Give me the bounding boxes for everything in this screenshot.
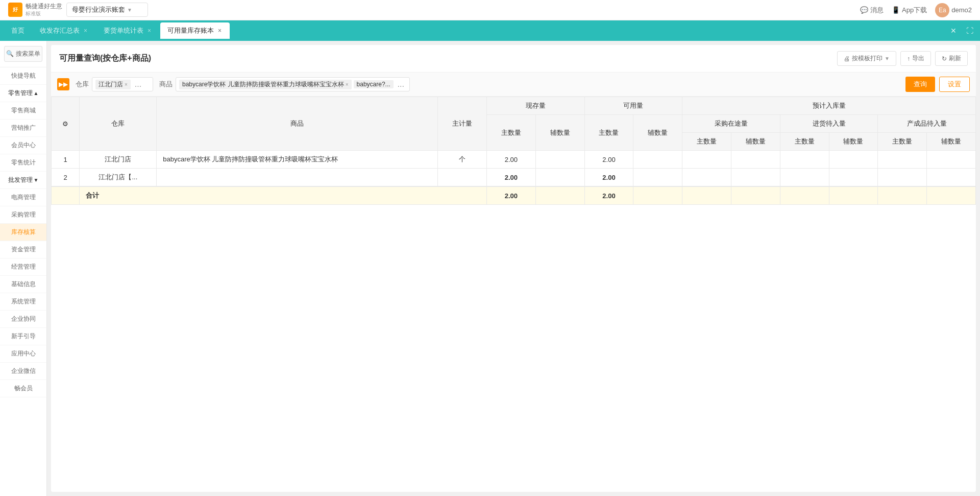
row1-avail-sub	[633, 151, 682, 169]
col-product: 商品	[157, 97, 438, 151]
sidebar: 🔍 搜索菜单 快捷导航 零售管理 ▲ 零售商城 营销推广 会员中心 零售统计 批…	[0, 41, 47, 496]
col-warehouse: 仓库	[80, 97, 157, 151]
row2-warehouse: 江北门店【...	[80, 169, 157, 187]
wholesale-expand-icon: ▼	[34, 177, 39, 183]
warehouse-input[interactable]: 江北门店 × ...	[92, 77, 153, 91]
sidebar-item-finance-mgmt[interactable]: 资金管理	[0, 241, 46, 258]
col-expected-in: 预计入库量	[682, 97, 976, 115]
refresh-label: 刷新	[949, 54, 961, 63]
sidebar-item-wholesale-mgmt[interactable]: 批发管理 ▼	[0, 172, 46, 189]
col-purchase-pending: 进货待入量	[780, 115, 878, 133]
content-area: 可用量查询(按仓库+商品) 🖨 按模板打印 ▼ ↑ 导出 ↻	[47, 41, 980, 496]
sidebar-item-basic-info[interactable]: 基础信息	[0, 276, 46, 293]
row2-index: 2	[52, 169, 80, 187]
settings-button[interactable]: 设置	[939, 77, 970, 92]
expand-arrow-icon: ▶▶	[59, 81, 68, 88]
row1-avail-main: 2.00	[584, 151, 633, 169]
row2-avail-main: 2.00	[584, 169, 633, 187]
table-container[interactable]: ⚙ 仓库 商品 主计量 现存量 可用量 预计入库量 主数量 辅数量	[51, 97, 976, 492]
sidebar-item-inventory-check[interactable]: 库存核算	[0, 224, 46, 241]
product-input[interactable]: babycare学饮杯 儿童防摔防撞吸管杯重力球吸嘴杯宝宝水杯 × babyca…	[176, 77, 410, 91]
retail-mall-label: 零售商城	[11, 107, 36, 114]
inventory-check-label: 库存核算	[11, 228, 36, 235]
page-title: 可用量查询(按仓库+商品)	[59, 53, 151, 64]
sidebar-search-btn[interactable]: 🔍 搜索菜单	[4, 46, 42, 62]
col-pt-main: 主数量	[682, 133, 731, 151]
export-label: 导出	[912, 54, 924, 63]
query-button[interactable]: 查询	[905, 77, 935, 92]
product-label: 商品	[159, 80, 173, 89]
sidebar-item-marketing[interactable]: 营销推广	[0, 120, 46, 137]
product-tag-1: babycare学饮杯 儿童防摔防撞吸管杯重力球吸嘴杯宝宝水杯 ×	[179, 80, 352, 89]
sidebar-item-operations-mgmt[interactable]: 经营管理	[0, 258, 46, 276]
print-chevron-icon: ▼	[885, 56, 890, 61]
tab-maximize-btn[interactable]: ⛶	[964, 25, 976, 37]
product-tag-1-remove[interactable]: ×	[346, 82, 349, 87]
footer-avail-sub	[633, 186, 682, 205]
refresh-btn[interactable]: ↻ 刷新	[935, 51, 968, 66]
row1-fp-sub	[927, 151, 976, 169]
col-avail-sub-qty: 辅数量	[633, 115, 682, 151]
logo-area: 好 畅捷通好生意 标准版	[8, 3, 62, 17]
col-finished-pending: 产成品待入量	[878, 115, 976, 133]
tab-close-all-btn[interactable]: ✕	[947, 25, 960, 37]
tab-order-summary[interactable]: 要货单统计表 ×	[96, 22, 159, 39]
top-header-left: 好 畅捷通好生意 标准版 母婴行业演示账套 ▼	[8, 3, 148, 17]
sidebar-item-member-center[interactable]: 会员中心	[0, 137, 46, 154]
chevron-down-icon: ▼	[127, 7, 132, 13]
page-content: 可用量查询(按仓库+商品) 🖨 按模板打印 ▼ ↑ 导出 ↻	[47, 41, 980, 496]
nav-tabs: 首页 收发存汇总表 × 要货单统计表 × 可用量库存账本 × ✕ ⛶	[0, 20, 980, 41]
sidebar-search-area: 🔍 搜索菜单	[0, 41, 46, 67]
wholesale-mgmt-label: 批发管理	[8, 176, 33, 184]
product-ellipsis[interactable]: ...	[396, 80, 406, 89]
sidebar-item-new-guide[interactable]: 新手引导	[0, 328, 46, 345]
warehouse-tag-text: 江北门店	[99, 80, 123, 89]
tab-receipt-close[interactable]: ×	[83, 27, 88, 34]
member-pro-label: 畅会员	[14, 385, 33, 392]
sidebar-item-retail-mgmt[interactable]: 零售管理 ▲	[0, 85, 46, 102]
table-row: 2 江北门店【... 2.00 2.00	[52, 169, 976, 187]
col-gear[interactable]: ⚙	[52, 97, 80, 151]
export-btn[interactable]: ↑ 导出	[900, 51, 931, 66]
app-download-btn[interactable]: 📱 App下载	[892, 6, 927, 15]
sidebar-item-retail-mall[interactable]: 零售商城	[0, 102, 46, 120]
tab-available-close[interactable]: ×	[217, 27, 223, 34]
row2-fp-sub	[927, 169, 976, 187]
warehouse-tag: 江北门店 ×	[95, 80, 131, 89]
page-actions: 🖨 按模板打印 ▼ ↑ 导出 ↻ 刷新	[837, 51, 968, 66]
tab-order-close[interactable]: ×	[146, 27, 152, 34]
col-current-stock: 现存量	[487, 97, 585, 115]
footer-fp-sub	[927, 186, 976, 205]
footer-pt-sub	[731, 186, 780, 205]
template-print-label: 按模板打印	[852, 54, 883, 63]
sidebar-item-member-pro[interactable]: 畅会员	[0, 380, 46, 397]
row2-current-sub	[535, 169, 584, 187]
warehouse-tag-remove[interactable]: ×	[125, 82, 128, 87]
sidebar-item-ecommerce-mgmt[interactable]: 电商管理	[0, 189, 46, 206]
tab-receipt-summary[interactable]: 收发存汇总表 ×	[33, 22, 95, 39]
app-icon: 📱	[892, 6, 900, 14]
template-print-btn[interactable]: 🖨 按模板打印 ▼	[837, 51, 896, 66]
avatar: Ea	[935, 3, 949, 17]
message-btn[interactable]: 💬 消息	[860, 6, 884, 15]
footer-pp-main	[780, 186, 829, 205]
sidebar-item-app-center[interactable]: 应用中心	[0, 345, 46, 363]
sidebar-item-enterprise-wechat[interactable]: 企业微信	[0, 363, 46, 380]
sidebar-item-retail-stats[interactable]: 零售统计	[0, 154, 46, 172]
footer-current-main: 2.00	[487, 186, 536, 205]
col-current-sub-qty: 辅数量	[535, 115, 584, 151]
filter-expand-btn[interactable]: ▶▶	[57, 78, 69, 90]
row1-pp-main	[780, 151, 829, 169]
product-tag-1-text: babycare学饮杯 儿童防摔防撞吸管杯重力球吸嘴杯宝宝水杯	[182, 80, 344, 89]
sidebar-item-purchase-mgmt[interactable]: 采购管理	[0, 206, 46, 224]
user-area[interactable]: Ea demo2	[935, 3, 972, 17]
sidebar-item-quick-nav[interactable]: 快捷导航	[0, 67, 46, 85]
tab-home[interactable]: 首页	[4, 22, 32, 39]
industry-selector[interactable]: 母婴行业演示账套 ▼	[66, 3, 148, 17]
marketing-label: 营销推广	[11, 124, 36, 131]
quick-nav-label: 快捷导航	[11, 72, 36, 79]
sidebar-item-system-mgmt[interactable]: 系统管理	[0, 293, 46, 311]
sidebar-item-enterprise-collab[interactable]: 企业协同	[0, 311, 46, 328]
warehouse-ellipsis[interactable]: ...	[133, 80, 143, 89]
tab-available-inventory[interactable]: 可用量库存账本 ×	[160, 22, 230, 39]
